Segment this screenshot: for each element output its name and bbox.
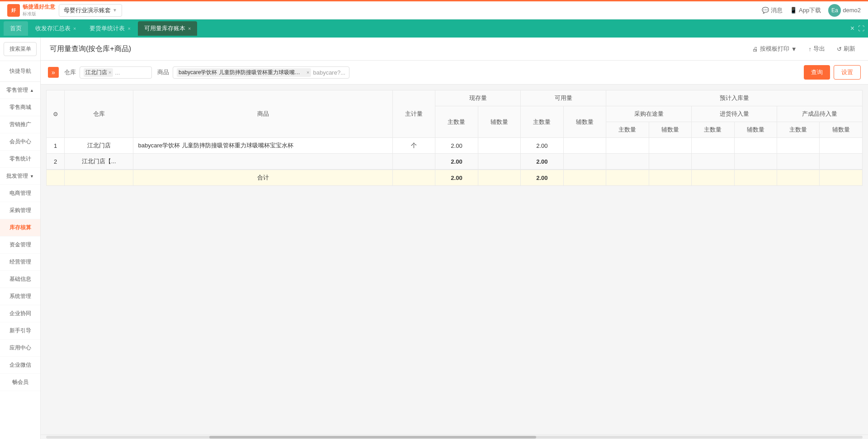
export-btn[interactable]: ↑ 导出 [805,43,829,55]
sidebar-item-ecommerce[interactable]: 电商管理 [0,185,40,202]
tab-orders-close[interactable]: × [127,26,130,31]
data-table: ⚙ 仓库 商品 主计量 现存量 可用量 预计入库量 主数量 辅数量 主数量 辅数… [46,90,863,186]
row1-unit: 个 [392,138,435,154]
sidebar-item-operations[interactable]: 经营管理 [0,254,40,271]
sidebar-item-enterprise[interactable]: 企业协同 [0,305,40,322]
product-tag-remove[interactable]: × [307,70,309,75]
tab-available-stock-close[interactable]: × [188,26,191,31]
product-input[interactable]: babycare学饮杯 儿童防摔防撞吸管杯重力球吸嘴杯宝宝水杯 × babyca… [173,66,349,79]
product-filter: 商品 babycare学饮杯 儿童防摔防撞吸管杯重力球吸嘴杯宝宝水杯 × bab… [157,66,349,79]
query-btn[interactable]: 查询 [804,65,830,80]
sidebar-item-retail-mgmt[interactable]: 零售管理 [0,82,40,99]
row1-prod-aux [820,138,863,154]
tab-receipts-close[interactable]: × [73,26,76,31]
sidebar-item-wechat[interactable]: 企业微信 [0,357,40,374]
warehouse-more: ... [115,69,120,76]
user-action[interactable]: Ea demo2 [828,4,861,17]
th-production-pending: 产成品待入量 [777,106,862,122]
row2-inbound-aux [734,154,777,170]
th-avail-aux: 辅数量 [563,106,606,138]
sidebar-item-finance[interactable]: 资金管理 [0,236,40,254]
th-available: 可用量 [521,90,606,106]
row1-stock-main: 2.00 [435,138,478,154]
refresh-btn[interactable]: ↺ 刷新 [833,43,859,55]
th-main-unit: 主计量 [392,90,435,138]
row1-avail-aux [563,138,606,154]
row1-purchase-main [606,138,649,154]
row2-purchase-aux [649,154,691,170]
row2-inbound-main [692,154,734,170]
content-area: 可用量查询(按仓库+商品) 🖨 按模板打印 ▼ ↑ 导出 ↺ 刷新 » [41,38,868,439]
warehouse-filter: 仓库 江北门店 × ... [64,66,152,79]
footer-empty-1 [47,170,65,186]
export-label: 导出 [813,45,825,53]
search-menu-btn[interactable]: 搜索菜单 [4,42,37,56]
footer-prod-aux [820,170,863,186]
org-selector[interactable]: 母婴行业演示账套 ▼ [59,4,122,17]
message-action[interactable]: 💬 消息 [762,6,783,14]
table-container: ⚙ 仓库 商品 主计量 现存量 可用量 预计入库量 主数量 辅数量 主数量 辅数… [41,85,868,434]
close-all-btn[interactable]: × [850,24,854,33]
sidebar-item-wholesale-mgmt[interactable]: 批发管理 [0,168,40,185]
tab-available-stock-label: 可用量库存账本 [144,24,185,33]
row2-warehouse: 江北门店【... [65,154,133,170]
row2-index: 2 [47,154,65,170]
fullscreen-btn[interactable]: ⛶ [858,25,864,32]
row1-product: babycare学饮杯 儿童防摔防撞吸管杯重力球吸嘴杯宝宝水杯 [133,138,392,154]
filter-area: » 仓库 江北门店 × ... 商品 babycare学饮杯 儿童防摔防撞吸管杯… [41,61,868,85]
scrollbar-area [41,434,868,439]
row2-product [133,154,392,170]
page-title: 可用量查询(按仓库+商品) [50,44,131,59]
th-current-stock: 现存量 [435,90,521,106]
app-name: 畅捷通好生意 [23,3,55,11]
warehouse-input[interactable]: 江北门店 × ... [80,66,152,79]
logo-icon: 好 [7,4,20,17]
tab-receipts[interactable]: 收发存汇总表 × [29,21,82,36]
footer-inbound-main [692,170,734,186]
sidebar-quick-nav: 零售管理 快捷导航 [0,61,40,82]
row1-warehouse: 江北门店 [65,138,133,154]
page-header-actions: 🖨 按模板打印 ▼ ↑ 导出 ↺ 刷新 [749,43,859,60]
row2-avail-aux [563,154,606,170]
nav-tabs: 首页 收发存汇总表 × 要货单统计表 × 可用量库存账本 × × ⛶ [0,19,868,38]
th-stock-aux: 辅数量 [478,106,520,138]
app-download-action[interactable]: 📱 App下载 [790,6,821,14]
sidebar-item-member[interactable]: 畅会员 [0,374,40,391]
th-avail-main: 主数量 [521,106,563,138]
refresh-icon: ↺ [837,46,842,52]
sidebar-item-guide[interactable]: 新手引导 [0,322,40,340]
top-header: 好 畅捷通好生意 标准版 母婴行业演示账套 ▼ 💬 消息 📱 App下载 Ea … [0,1,868,19]
warehouse-tag: 江北门店 × [84,68,113,77]
template-print-btn[interactable]: 🖨 按模板打印 ▼ [749,43,801,55]
tab-available-stock[interactable]: 可用量库存账本 × [138,21,197,36]
setting-btn[interactable]: 设置 [834,65,861,80]
th-stock-main: 主数量 [435,106,478,138]
tab-orders[interactable]: 要货单统计表 × [83,21,137,36]
tab-home[interactable]: 首页 [4,21,28,36]
sidebar-item-app-center[interactable]: 应用中心 [0,340,40,357]
sidebar-item-inventory[interactable]: 库存核算 [0,219,40,236]
app-download-label: App下载 [799,6,821,14]
sidebar-item-retail-stats[interactable]: 零售统计 [0,151,40,168]
nav-right-actions: × ⛶ [850,24,864,33]
sidebar-item-member-center[interactable]: 会员中心 [0,133,40,151]
page-header: 可用量查询(按仓库+商品) 🖨 按模板打印 ▼ ↑ 导出 ↺ 刷新 [41,38,868,61]
column-settings-icon[interactable]: ⚙ [53,111,58,118]
sidebar-item-marketing[interactable]: 营销推广 [0,116,40,133]
filter-expand-btn[interactable]: » [48,67,59,78]
sidebar-item-basics[interactable]: 基础信息 [0,271,40,288]
header-right: 💬 消息 📱 App下载 Ea demo2 [762,4,861,17]
filter-actions: 查询 设置 [804,65,861,80]
row1-purchase-aux [649,138,691,154]
scrollbar-track[interactable] [46,436,863,439]
footer-purchase-main [606,170,649,186]
sidebar-item-system[interactable]: 系统管理 [0,288,40,305]
scrollbar-thumb[interactable] [209,436,536,439]
main-layout: 搜索菜单 零售管理 快捷导航 零售管理 零售商城 营销推广 会员中心 零售统计 … [0,38,868,439]
row1-inbound-main [692,138,734,154]
sidebar-item-purchase[interactable]: 采购管理 [0,202,40,219]
sidebar-quick-nav-label[interactable]: 快捷导航 [0,64,40,79]
template-print-label: 按模板打印 [760,45,789,53]
sidebar-item-retail-mall[interactable]: 零售商城 [0,99,40,116]
warehouse-tag-remove[interactable]: × [108,70,111,75]
